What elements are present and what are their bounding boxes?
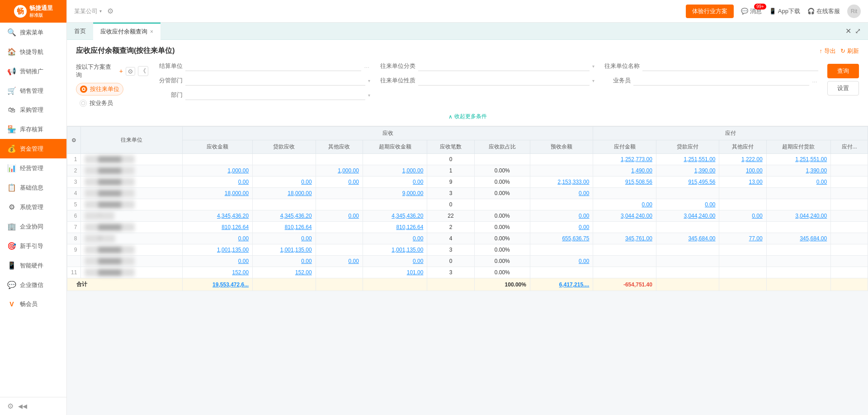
messages-item[interactable]: 💬 消息 99+ (741, 7, 762, 15)
ap_amount-cell[interactable]: 1,252,773.00 (593, 154, 656, 165)
ar_amount-cell[interactable]: 0.00 (182, 256, 253, 267)
settings-bottom-icon[interactable]: ⚙ (7, 402, 14, 410)
loan_payable-cell[interactable]: 1,251,551.00 (656, 154, 719, 165)
export-action[interactable]: ↑ 导出 (820, 47, 836, 55)
sidebar-item-marketing[interactable]: 📢 营销推广 (0, 62, 66, 81)
collapse-conditions[interactable]: ∧ 收起更多条件 (76, 113, 859, 120)
tab-query[interactable]: 应收应付余额查询 × (93, 23, 160, 40)
loan_receivable-cell[interactable]: 152.00 (253, 267, 316, 278)
other_payable-cell[interactable]: 13.00 (719, 176, 766, 188)
ar_amount-cell[interactable]: 810,126.64 (182, 222, 253, 233)
overdue_ar-cell[interactable]: 0.00 (363, 176, 427, 188)
promo-button[interactable]: 体验行业方案 (686, 5, 734, 18)
prepay_balance-cell[interactable]: 0.00 (530, 256, 593, 267)
expand-window-icon[interactable]: ⤢ (855, 27, 861, 35)
counterparty-nature-input[interactable] (418, 76, 589, 86)
loan_payable-cell[interactable]: 345,684.00 (656, 233, 719, 244)
ap_amount-cell[interactable]: 3,044,240.00 (593, 210, 656, 222)
other_receivable-cell[interactable]: 0.00 (316, 176, 363, 188)
sidebar-item-operation[interactable]: 📊 经营管理 (0, 158, 66, 178)
ap_amount-cell[interactable]: 915,508.56 (593, 176, 656, 188)
salesperson-input[interactable] (633, 76, 809, 86)
loan_payable-cell[interactable]: 1,390.00 (656, 165, 719, 176)
dept-input[interactable] (185, 90, 365, 100)
overdue_ap-cell[interactable]: 0.00 (766, 176, 831, 188)
query-option-by-salesperson[interactable]: 按业务员 (76, 97, 148, 109)
settings-col-header[interactable]: ⚙ (67, 127, 81, 154)
overdue_ar-cell[interactable]: 810,126.64 (363, 222, 427, 233)
sidebar-item-vip[interactable]: V 畅会员 (0, 295, 66, 314)
ar_amount-cell[interactable]: 18,000.00 (182, 188, 253, 199)
other_payable-cell[interactable]: 0.00 (719, 210, 766, 222)
counterparty-category-input[interactable] (418, 61, 589, 71)
loan_receivable-cell[interactable]: 0.00 (253, 176, 316, 188)
loan_receivable-cell[interactable]: 18,000.00 (253, 188, 316, 199)
prepay_balance-cell[interactable]: 0.00 (530, 222, 593, 233)
sidebar-item-hardware[interactable]: 📱 智能硬件 (0, 256, 66, 275)
ar_amount-cell[interactable]: 0.00 (182, 176, 253, 188)
overdue_ap-cell[interactable]: 345,684.00 (766, 233, 831, 244)
other_receivable-cell[interactable]: 1,000.00 (316, 165, 363, 176)
table-settings-icon[interactable]: ⚙ (71, 137, 76, 143)
collapse-sidebar-icon[interactable]: ◀◀ (18, 403, 27, 410)
sidebar-item-search[interactable]: 🔍 搜索菜单 (0, 23, 66, 42)
prepay_balance-cell[interactable]: 2,153,333.00 (530, 176, 593, 188)
settlement-unit-input[interactable] (185, 61, 361, 71)
overdue_ar-cell[interactable]: 0.00 (363, 233, 427, 244)
sidebar-item-sales[interactable]: 🛒 销售管理 (0, 81, 66, 100)
overdue_ap-cell[interactable]: 3,044,240.00 (766, 210, 831, 222)
prepay_balance-cell[interactable]: 0.00 (530, 210, 593, 222)
prepay_balance-cell[interactable]: 0.00 (530, 188, 593, 199)
add-filter-icon[interactable]: + (119, 67, 123, 75)
sidebar-item-system[interactable]: ⚙ 系统管理 (0, 197, 66, 217)
user-avatar[interactable]: Rit (847, 5, 861, 18)
ap_amount-cell[interactable]: 1,490.00 (593, 165, 656, 176)
loan_payable-cell[interactable]: 0.00 (656, 199, 719, 210)
settings-icon[interactable]: ⚙ (107, 7, 113, 15)
sidebar-item-quick-nav[interactable]: 🏠 快捷导航 (0, 42, 66, 62)
close-tab-icon[interactable]: × (150, 29, 153, 35)
loan_receivable-cell[interactable]: 0.00 (253, 233, 316, 244)
overdue_ar-cell[interactable]: 4,345,436.20 (363, 210, 427, 222)
overdue_ar-cell[interactable]: 101.00 (363, 267, 427, 278)
other_receivable-cell[interactable]: 0.00 (316, 210, 363, 222)
ar_amount-cell[interactable]: 1,000.00 (182, 165, 253, 176)
sidebar-item-wechat[interactable]: 💬 企业微信 (0, 275, 66, 295)
sidebar-item-corp[interactable]: 🏢 企业协同 (0, 217, 66, 236)
settings-button[interactable]: 设置 (827, 81, 859, 95)
ar_amount-cell[interactable]: 0.00 (182, 233, 253, 244)
ap_amount-cell[interactable]: 345,761.00 (593, 233, 656, 244)
sidebar-item-basic[interactable]: 📋 基础信息 (0, 178, 66, 197)
ar_amount-cell[interactable]: 1,001,135.00 (182, 244, 253, 256)
ar_amount-cell[interactable]: 152.00 (182, 267, 253, 278)
total-ar-amount[interactable]: 19,553,472,6... (182, 278, 253, 291)
department-input[interactable] (185, 76, 365, 86)
loan_receivable-cell[interactable]: 1,001,135.00 (253, 244, 316, 256)
sidebar-item-inventory[interactable]: 🏪 库存核算 (0, 119, 66, 139)
query-button[interactable]: 查询 (827, 64, 859, 78)
refresh-action[interactable]: ↻ 刷新 (840, 47, 859, 55)
loan_receivable-cell[interactable]: 810,126.64 (253, 222, 316, 233)
close-window-icon[interactable]: ✕ (845, 27, 851, 35)
loan_payable-cell[interactable]: 3,044,240.00 (656, 210, 719, 222)
prepay_balance-cell[interactable]: 655,636.75 (530, 233, 593, 244)
overdue_ap-cell[interactable]: 1,390.00 (766, 165, 831, 176)
overdue_ar-cell[interactable]: 1,000.00 (363, 165, 427, 176)
loan_receivable-cell[interactable]: 0.00 (253, 256, 316, 267)
sidebar-item-finance[interactable]: 💰 资金管理 (0, 139, 66, 158)
overdue_ar-cell[interactable]: 0.00 (363, 256, 427, 267)
other_payable-cell[interactable]: 1,222.00 (719, 154, 766, 165)
counterparty-name-input[interactable] (642, 61, 818, 71)
tab-home[interactable]: 首页 (67, 23, 93, 40)
app-download-item[interactable]: 📱 App下载 (769, 7, 800, 15)
total-prepay-balance[interactable]: 6,417,215.... (530, 278, 593, 291)
other_payable-cell[interactable]: 77.00 (719, 233, 766, 244)
other_receivable-cell[interactable]: 0.00 (316, 256, 363, 267)
filter-collapse-icon[interactable]: 《 (138, 66, 148, 76)
overdue_ar-cell[interactable]: 9,000.00 (363, 188, 427, 199)
overdue_ar-cell[interactable]: 1,001,135.00 (363, 244, 427, 256)
sidebar-item-purchase[interactable]: 🛍 采购管理 (0, 100, 66, 119)
ap_amount-cell[interactable]: 0.00 (593, 199, 656, 210)
filter-settings-icon[interactable]: ⊙ (126, 67, 135, 76)
sidebar-item-guide[interactable]: 🎯 新手引导 (0, 236, 66, 256)
